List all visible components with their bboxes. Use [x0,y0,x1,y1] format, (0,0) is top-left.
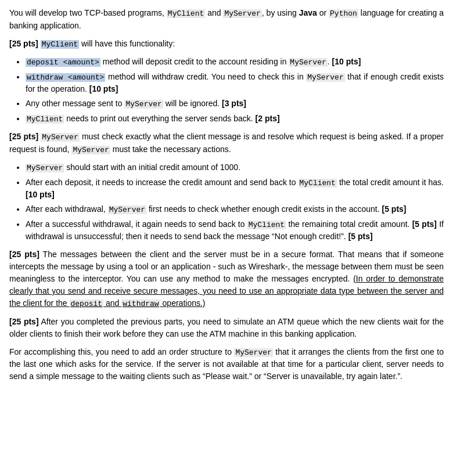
s2-item3-pts: [5 pts] [382,204,407,214]
section2-server2: MyServer [71,146,110,154]
myserver-ref1: MyServer [289,58,327,67]
intro-python: Python [329,9,358,18]
list-item: Any other message sent to MyServer will … [26,98,444,110]
intro-text3: , by using [262,8,299,17]
section2-server: MyServer [41,133,79,142]
s2-item3-text2: first needs to check whether enough cred… [146,204,382,214]
section2-heading: [25 pts] MyServer must check exactly wha… [9,131,444,156]
s2-item2-pts: [10 pts] [26,190,55,199]
s2-item1-text: should start with an initial credit amou… [64,163,240,172]
intro-java: Java [299,8,317,17]
intro-myserver: MyServer [223,9,261,18]
myserver-s2-3: MyServer [108,205,146,214]
s2-item4-text2: the remaining total credit amount. [286,219,412,229]
section3-paragraph: [25 pts] The messages between the client… [9,248,444,310]
section4-pts: [25 pts] [9,317,39,326]
deposit-code: deposit <amount> [26,58,100,67]
intro-text1: You will develop two TCP-based programs, [9,8,167,17]
intro-text4: or [317,8,329,17]
withdraw-ref-s3: withdraw [121,300,160,308]
main-content: You will develop two TCP-based programs,… [9,7,444,383]
section3-pts: [25 pts] [9,250,39,259]
list-item: withdraw <amount> method will withdraw c… [26,71,444,96]
section1-client: MyClient [41,40,79,49]
section4-text: After you completed the previous parts, … [9,317,444,338]
s2-item4-text: After a successful withdrawal, it again … [26,219,247,229]
myserver-ref3: MyServer [124,100,163,109]
section2-text2: must take the necessary actions. [110,145,231,154]
s2-item4-pts1: [5 pts] [412,219,437,229]
section4-text2: For accomplishing this, you need to add … [9,347,234,356]
list-item: After each withdrawal, MyServer first ne… [26,203,444,216]
withdraw-code: withdraw <amount> [26,73,105,82]
list-item: deposit <amount> method will deposit cre… [26,56,444,68]
intro-myclient: MyClient [167,9,205,18]
myserver-s4: MyServer [234,348,272,357]
s2-item4-pts2: [5 pts] [348,232,373,241]
section4-paragraph2: For accomplishing this, you need to add … [9,346,444,383]
item1-text2: . [328,57,332,66]
section4-paragraph: [25 pts] After you completed the previou… [9,316,444,340]
s2-item2-text: After each deposit, it needs to increase… [26,178,299,187]
myserver-s2-1: MyServer [26,164,64,172]
section1-text: will have this functionality: [79,39,175,48]
item2-pts: [10 pts] [89,84,118,93]
item3-pts: [3 pts] [222,99,246,108]
intro-paragraph: You will develop two TCP-based programs,… [9,7,444,32]
item1-pts: [10 pts] [332,57,361,66]
section1-heading: [25 pts] MyClient will have this functio… [9,38,444,51]
item1-text: method will deposit credit to the accoun… [100,57,289,66]
item4-pts: [2 pts] [256,114,280,123]
item2-text: method will withdraw credit. You need to… [105,72,306,81]
myclient-s2-2: MyClient [299,179,337,187]
myclient-s2-4: MyClient [247,221,286,229]
item3-text2: will be ignored. [163,99,222,108]
myserver-ref2: MyServer [306,73,344,82]
section1-pts: [25 pts] [9,39,38,48]
myclient-ref1: MyClient [26,115,64,124]
item3-text: Any other message sent to [26,99,124,108]
s2-item2-text2: the total credit amount it has. [337,178,444,187]
intro-text2: and [205,8,223,17]
item4-text: needs to print out everything the server… [64,114,255,123]
list-item: MyServer should start with an initial cr… [26,161,444,174]
s2-item3-text: After each withdrawal, [26,204,108,214]
section1-list: deposit <amount> method will deposit cre… [26,56,444,125]
deposit-ref-s3: deposit [70,300,104,308]
list-item: After a successful withdrawal, it again … [26,218,444,243]
section2-pts: [25 pts] [9,132,38,141]
list-item: After each deposit, it needs to increase… [26,176,444,201]
list-item: MyClient needs to print out everything t… [26,113,444,125]
section2-list: MyServer should start with an initial cr… [26,161,444,243]
